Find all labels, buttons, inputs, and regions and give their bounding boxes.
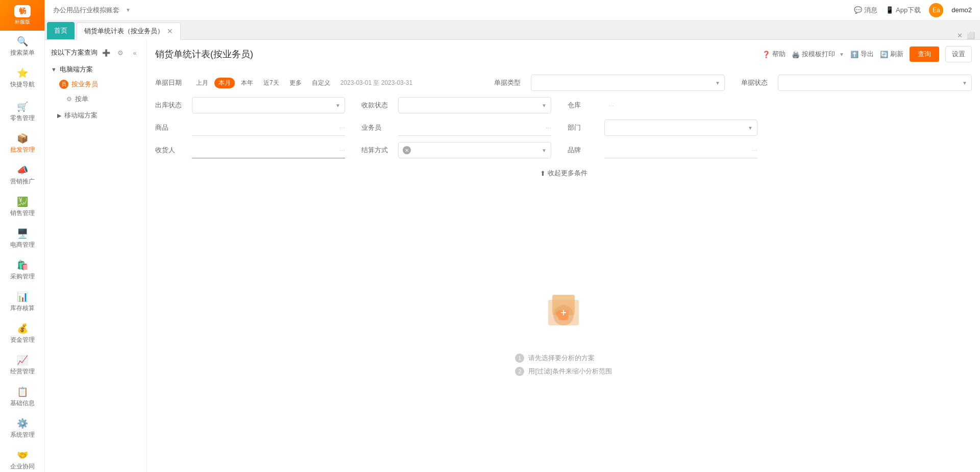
wholesale-icon: 📦: [17, 133, 28, 144]
date-btn-more[interactable]: 更多: [285, 77, 306, 89]
sidebar: 畅 标服版 🔍 搜索菜单 ⭐ 快捷导航 🛒 零售管理 📦 批发管理 📣 营销推广…: [0, 0, 45, 472]
finance-icon: 💰: [17, 323, 28, 334]
warehouse-dots[interactable]: ···: [608, 102, 614, 109]
maximize-icon[interactable]: ⬜: [967, 32, 975, 39]
page-title: 销货单统计表(按业务员): [155, 48, 253, 60]
print-button[interactable]: 🖨️ 按模板打印 ▼: [792, 50, 844, 59]
retail-icon: 🛒: [17, 101, 28, 112]
tab-close-icon[interactable]: ✕: [167, 28, 173, 35]
tab-home[interactable]: 首页: [47, 22, 75, 39]
filter-row-1: 单据日期 上月 本月 本年 近7天 更多 自定义 2023-03-01 至 20…: [155, 75, 972, 91]
sidebar-item-sales[interactable]: 💹 销售管理: [0, 191, 44, 223]
date-btn-7days[interactable]: 近7天: [259, 77, 283, 89]
schema-item-salesman[interactable]: 员 按业务员: [45, 77, 146, 92]
brand-cell: ···: [604, 142, 757, 158]
tab-report[interactable]: 销货单统计表（按业务员） ✕: [77, 22, 181, 40]
dept-select[interactable]: ▼: [604, 120, 757, 136]
help-icon: ❓: [762, 51, 770, 58]
dept-label: 部门: [568, 123, 598, 132]
date-label: 单据日期: [155, 78, 186, 87]
collapse-button[interactable]: ⬆ 收起更多条件: [534, 167, 594, 180]
out-status-select[interactable]: ▼: [192, 97, 345, 113]
topbar-left: 办公用品行业模拟账套 ▼: [53, 6, 131, 15]
inventory-icon: 📊: [17, 291, 28, 302]
settings-button[interactable]: 设置: [945, 46, 972, 62]
refresh-icon: 🔄: [880, 51, 888, 58]
settlement-arrow: ▼: [542, 148, 547, 153]
sidebar-item-enterprise[interactable]: 🤝 企业协同: [0, 444, 44, 472]
receiver-dots[interactable]: ···: [339, 146, 345, 154]
help-button[interactable]: ❓ 帮助: [762, 50, 786, 59]
close-window-icon[interactable]: ✕: [957, 32, 963, 39]
sidebar-item-ops[interactable]: 📈 经营管理: [0, 349, 44, 381]
doc-type-label: 单据类型: [494, 78, 525, 87]
message-button[interactable]: 💬 消息: [854, 6, 877, 15]
print-icon: 🖨️: [792, 51, 800, 58]
marketing-icon: 📣: [17, 164, 28, 176]
user-avatar[interactable]: Ea: [929, 3, 943, 17]
dept-arrow: ▼: [748, 125, 753, 131]
collection-status-select[interactable]: ▼: [398, 97, 551, 113]
date-btn-custom[interactable]: 自定义: [308, 77, 334, 89]
settlement-clear[interactable]: ✕: [403, 146, 411, 154]
collapse-icon: ⬆: [540, 170, 546, 177]
sidebar-item-basic[interactable]: 📋 基础信息: [0, 381, 44, 413]
salesman-dots[interactable]: ···: [546, 124, 551, 131]
ecommerce-icon: 🖥️: [17, 228, 28, 239]
industry-dropdown-arrow[interactable]: ▼: [126, 7, 131, 13]
export-button[interactable]: ⬆️ 导出: [850, 50, 874, 59]
sidebar-item-finance[interactable]: 💰 资金管理: [0, 318, 44, 349]
doc-status-select[interactable]: ▼: [778, 75, 972, 91]
sidebar-item-inventory[interactable]: 📊 库存核算: [0, 286, 44, 318]
sidebar-item-retail[interactable]: 🛒 零售管理: [0, 96, 44, 128]
app-download-button[interactable]: 📱 App下载: [886, 6, 921, 15]
add-schema-button[interactable]: ➕: [101, 47, 112, 58]
sidebar-item-ecommerce[interactable]: 🖥️ 电商管理: [0, 223, 44, 254]
receiver-label: 收货人: [155, 146, 186, 155]
goods-label: 商品: [155, 123, 186, 132]
main-content: 办公用品行业模拟账套 ▼ 💬 消息 📱 App下载 Ea demo2 首页 销货…: [45, 0, 980, 472]
schema-group-mobile-label: 移动端方案: [64, 111, 97, 120]
date-buttons-group: 上月 本月 本年 近7天 更多 自定义 2023-03-01 至 2023-03…: [192, 77, 478, 89]
sidebar-item-quick[interactable]: ⭐ 快捷导航: [0, 62, 44, 94]
doc-type-select[interactable]: ▼: [531, 75, 725, 91]
schema-group-desktop-header[interactable]: ▼ 电脑端方案: [45, 62, 146, 77]
out-status-label: 出库状态: [155, 101, 186, 110]
date-btn-this-month[interactable]: 本月: [214, 78, 235, 88]
schema-item-dot: 员: [59, 80, 68, 89]
topbar: 办公用品行业模拟账套 ▼ 💬 消息 📱 App下载 Ea demo2: [45, 0, 980, 20]
topbar-right: 💬 消息 📱 App下载 Ea demo2: [854, 3, 972, 17]
refresh-button[interactable]: 🔄 刷新: [880, 50, 903, 59]
basic-icon: 📋: [17, 386, 28, 397]
sidebar-item-purchase[interactable]: 🛍️ 采购管理: [0, 254, 44, 286]
doc-type-arrow: ▼: [715, 80, 720, 86]
sales-icon: 💹: [17, 196, 28, 207]
brand-dots[interactable]: ···: [752, 146, 757, 154]
settlement-label: 结算方式: [361, 146, 392, 155]
goods-dots[interactable]: ···: [339, 124, 345, 131]
sidebar-item-marketing[interactable]: 📣 营销推广: [0, 159, 44, 191]
collapse-row: ⬆ 收起更多条件: [155, 164, 972, 182]
out-status-arrow: ▼: [335, 103, 340, 108]
schema-group-mobile: ▶ 移动端方案: [45, 107, 146, 124]
sidebar-item-search[interactable]: 🔍 搜索菜单: [0, 31, 44, 62]
settlement-select[interactable]: ✕ ▼: [398, 142, 551, 158]
query-button[interactable]: 查询: [910, 46, 939, 62]
salesman-label: 业务员: [361, 123, 392, 132]
empty-hint-2: 2 用[过滤]条件来缩小分析范围: [515, 367, 611, 376]
username-label: demo2: [951, 6, 972, 14]
sidebar-item-system[interactable]: ⚙️ 系统管理: [0, 413, 44, 444]
quick-icon: ⭐: [17, 67, 28, 79]
date-btn-last-month[interactable]: 上月: [192, 77, 212, 89]
sidebar-logo[interactable]: 畅 标服版: [0, 0, 44, 31]
collapse-label: 收起更多条件: [548, 169, 587, 178]
sub-item-order[interactable]: ⚙ 按单: [45, 92, 146, 106]
date-btn-this-year[interactable]: 本年: [237, 77, 257, 89]
export-icon: ⬆️: [850, 51, 859, 58]
left-panel-header: 按以下方案查询 ➕ ⚙ «: [45, 44, 146, 61]
sidebar-item-wholesale[interactable]: 📦 批发管理: [0, 128, 44, 159]
collapse-panel-button[interactable]: «: [129, 47, 140, 58]
schema-group-mobile-header[interactable]: ▶ 移动端方案: [45, 108, 146, 123]
edit-schema-button[interactable]: ⚙: [115, 47, 126, 58]
empty-state: 1 请先选择要分析的方案 2 用[过滤]条件来缩小分析范围: [147, 188, 980, 472]
